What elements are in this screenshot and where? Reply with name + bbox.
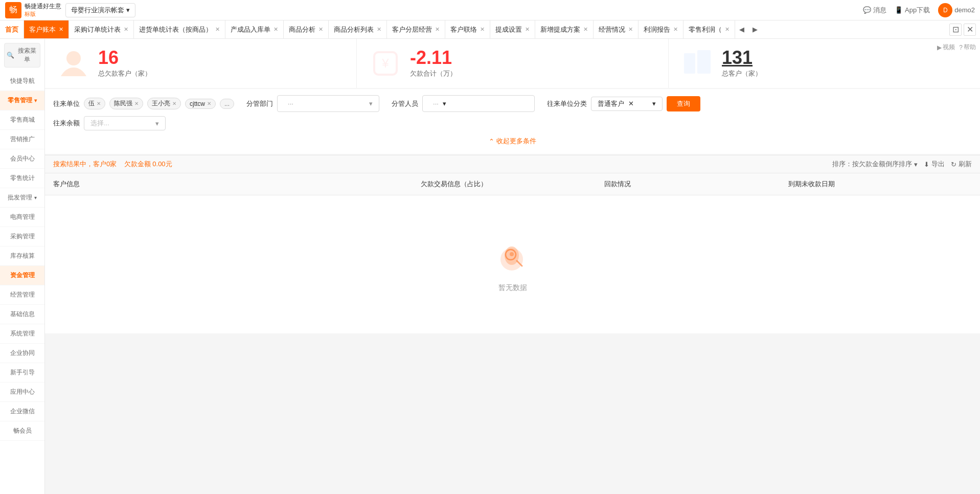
search-icon: 🔍 — [7, 52, 14, 59]
sidebar-item-app-center[interactable]: 应用中心 — [0, 383, 44, 402]
nav-action-close[interactable]: ✕ — [964, 24, 976, 36]
filter-dept-select[interactable]: ··· ▾ — [277, 95, 379, 112]
stat-value-total-customers: 131 — [722, 49, 762, 67]
tab-close-products-in[interactable]: ✕ — [274, 26, 278, 33]
sidebar-item-wholesale[interactable]: 批发管理 ▾ — [0, 188, 44, 208]
tab-customer-segment[interactable]: 客户分层经营 ✕ — [387, 20, 445, 39]
result-info: 搜索结果中，客户0家 欠款金额 0.00元 — [53, 160, 172, 169]
tab-new-improve[interactable]: 新增提成方案 ✕ — [535, 20, 594, 39]
tab-goods-analysis[interactable]: 商品分析 ✕ — [284, 20, 329, 39]
app-download-button[interactable]: 📱 App下载 — [895, 6, 930, 15]
filter-people-dots[interactable]: ··· — [431, 98, 441, 109]
tab-operations[interactable]: 经营情况 ✕ — [594, 20, 639, 39]
chevron-dept-icon: ▾ — [369, 100, 373, 107]
sidebar-item-enterprise[interactable]: 企业协同 — [0, 344, 44, 363]
sidebar-item-retail-stats[interactable]: 零售统计 — [0, 169, 44, 188]
tab-purchase-stats[interactable]: 进货单统计表（按商品） ✕ — [134, 20, 225, 39]
filter-tag-cjttcw[interactable]: cjttcw ✕ — [185, 99, 216, 109]
filter-balance-select[interactable]: 选择... ▾ — [84, 116, 166, 130]
stats-row: 16 总欠款客户（家） ¥ -2.11 欠款合计（万） — [45, 39, 980, 88]
user-menu[interactable]: D demo2 — [938, 3, 975, 17]
stat-info-total-customers: 131 总客户（家） — [722, 49, 762, 78]
query-button[interactable]: 查询 — [667, 96, 700, 111]
filter-people-select[interactable]: ··· ▾ — [422, 95, 535, 112]
tab-retail-profit[interactable]: 零售利润（ ✕ — [683, 20, 735, 39]
logo-area: 畅 畅捷通好生意 标版 — [5, 2, 61, 18]
tab-improve-settings[interactable]: 提成设置 ✕ — [490, 20, 535, 39]
table-header: 客户信息 欠款交易信息（占比） 回款情况 到期未收款日期 — [45, 173, 980, 195]
tab-customer-contact[interactable]: 客户联络 ✕ — [445, 20, 490, 39]
result-bar: 搜索结果中，客户0家 欠款金额 0.00元 排序：按欠款金额倒序排序 ▾ ⬇ 导… — [45, 155, 980, 173]
tab-close-goods-analysis-list[interactable]: ✕ — [377, 26, 381, 33]
tabs-next-button[interactable]: ▶ — [748, 20, 762, 39]
sidebar-item-retail-shop[interactable]: 零售商城 — [0, 110, 44, 130]
sidebar-item-finance[interactable]: 资金管理 — [0, 266, 44, 285]
sidebar-item-purchase[interactable]: 采购管理 — [0, 227, 44, 246]
sidebar-item-operations-mgmt[interactable]: 经营管理 — [0, 285, 44, 305]
tab-accounts[interactable]: 客户账本 ✕ — [24, 20, 69, 39]
tab-close-purchase-stats[interactable]: ✕ — [215, 26, 220, 33]
sidebar-item-new-guide[interactable]: 新手引导 — [0, 363, 44, 383]
tab-close-retail-profit[interactable]: ✕ — [725, 26, 730, 33]
sidebar-item-inventory[interactable]: 库存核算 — [0, 246, 44, 266]
svg-point-7 — [510, 252, 514, 256]
remove-tag-cjttcw[interactable]: ✕ — [207, 101, 211, 106]
sidebar-item-system[interactable]: 系统管理 — [0, 324, 44, 344]
sidebar-search-button[interactable]: 🔍 搜索菜单 — [4, 43, 40, 68]
collapse-button[interactable]: ⌃ 收起更多条件 — [489, 137, 536, 146]
filter-balance-label: 往来余额 — [53, 119, 80, 128]
tab-close-improve-settings[interactable]: ✕ — [525, 26, 530, 33]
filter-dept-dots[interactable]: ··· — [286, 98, 295, 109]
collapse-row: ⌃ 收起更多条件 — [53, 134, 972, 148]
filter-unit-label: 往来单位 — [53, 99, 80, 108]
top-bar: 畅 畅捷通好生意 标版 母婴行业演示帐套 ▾ 💬 消息 📱 App下载 D de… — [0, 0, 980, 20]
sidebar-item-quick-nav[interactable]: 快捷导航 — [0, 72, 44, 91]
filter-unit-class-label: 往来单位分类 — [547, 99, 587, 108]
stat-value-overdue-customers: 16 — [98, 49, 151, 67]
sidebar-item-basic-info[interactable]: 基础信息 — [0, 305, 44, 324]
filter-tag-wang[interactable]: 王小亮 ✕ — [147, 98, 181, 109]
sidebar-item-ecommerce[interactable]: 电商管理 — [0, 208, 44, 227]
remove-tag-chen[interactable]: ✕ — [134, 101, 139, 106]
sidebar-item-member-club[interactable]: 畅会员 — [0, 421, 44, 441]
filter-tag-chen[interactable]: 陈民强 ✕ — [109, 98, 143, 109]
refresh-button[interactable]: ↻ 刷新 — [951, 160, 972, 169]
remove-tag-wang[interactable]: ✕ — [172, 101, 176, 106]
sidebar-item-members[interactable]: 会员中心 — [0, 149, 44, 169]
help-button[interactable]: ? 帮助 — [959, 43, 976, 52]
remove-tag-wu[interactable]: ✕ — [97, 101, 101, 106]
filter-unit-class-select[interactable]: 普通客户 ✕ ▾ — [591, 97, 663, 111]
tab-close-new-improve[interactable]: ✕ — [583, 26, 588, 33]
tabs-more-button[interactable]: ◀ — [735, 20, 748, 39]
tab-home[interactable]: 首页 — [0, 20, 24, 39]
tab-close-operations[interactable]: ✕ — [628, 26, 633, 33]
sidebar-item-marketing[interactable]: 营销推广 — [0, 130, 44, 149]
store-selector[interactable]: 母婴行业演示帐套 ▾ — [65, 3, 135, 17]
nav-action-restore[interactable]: ⊡ — [949, 24, 962, 36]
logo-text: 畅捷通好生意 标版 — [25, 3, 61, 18]
tab-close-profit-report[interactable]: ✕ — [673, 26, 678, 33]
tab-goods-analysis-list[interactable]: 商品分析列表 ✕ — [329, 20, 387, 39]
chevron-people-icon: ▾ — [443, 100, 446, 107]
tab-close-customer-segment[interactable]: ✕ — [435, 26, 440, 33]
filter-tag-wu[interactable]: 伍 ✕ — [84, 98, 105, 109]
export-button[interactable]: ⬇ 导出 — [924, 160, 945, 169]
stat-info-overdue-amount: -2.11 欠款合计（万） — [410, 49, 457, 78]
sidebar: 🔍 搜索菜单 快捷导航 零售管理 ▾ 零售商城 营销推广 会员中心 零售统计 批… — [0, 39, 45, 494]
tab-profit-report[interactable]: 利润报告 ✕ — [639, 20, 683, 39]
tab-close-purchase-orders[interactable]: ✕ — [124, 26, 128, 33]
video-help-button[interactable]: ▶ 视频 — [937, 43, 955, 52]
tab-close-goods-analysis[interactable]: ✕ — [318, 26, 323, 33]
tab-close-accounts[interactable]: ✕ — [59, 26, 63, 33]
filter-tag-more[interactable]: ... — [220, 99, 234, 109]
remove-unit-class[interactable]: ✕ — [628, 100, 634, 107]
sort-selector[interactable]: 排序：按欠款金额倒序排序 ▾ — [832, 160, 918, 169]
tab-purchase-orders[interactable]: 采购订单统计表 ✕ — [69, 20, 134, 39]
sidebar-item-retail[interactable]: 零售管理 ▾ — [0, 91, 44, 110]
message-button[interactable]: 💬 消息 — [863, 6, 886, 15]
message-icon: 💬 — [863, 6, 871, 14]
tab-products-in[interactable]: 产成品入库单 ✕ — [225, 20, 284, 39]
sidebar-item-wechat[interactable]: 企业微信 — [0, 402, 44, 421]
empty-text: 暂无数据 — [498, 283, 527, 293]
tab-close-customer-contact[interactable]: ✕ — [480, 26, 485, 33]
